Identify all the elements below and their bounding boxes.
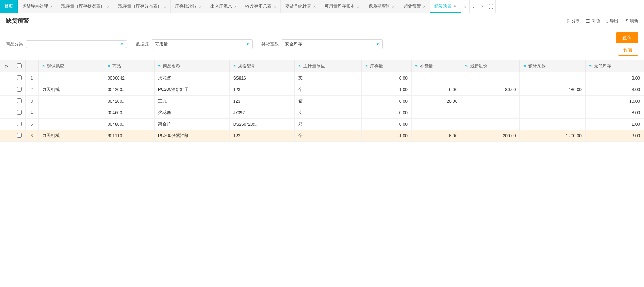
sort-price-icon: ⇅ xyxy=(465,64,468,68)
tab-inventory-dist-close[interactable]: × xyxy=(164,4,166,9)
row-num-0: 1 xyxy=(25,72,38,84)
tab-demand-stat[interactable]: 要货单统计表 × xyxy=(281,0,320,13)
select-all-checkbox[interactable] xyxy=(17,63,22,68)
table-row: 2 力天机械 004200... PC200油缸缸子 123 个 -1.00 6… xyxy=(0,84,644,96)
tab-shortage-close[interactable]: × xyxy=(454,4,456,8)
tab-expiry-query[interactable]: 保质期查询 × xyxy=(364,0,399,13)
row-replenish-3 xyxy=(412,107,461,119)
row-checkbox-2[interactable] xyxy=(17,98,22,103)
tab-home[interactable]: 首页 xyxy=(0,0,18,13)
row-checkbox-5[interactable] xyxy=(17,133,22,138)
page-header: 缺货预警 ⎘ 分享 ☰ 补货 ↓ 导出 ↺ 刷新 xyxy=(0,13,644,28)
row-latest-price-2 xyxy=(461,96,520,107)
row-code-3: 004600... xyxy=(104,107,155,119)
row-est-purchase-3 xyxy=(520,107,586,119)
sort-supplier-icon: ⇅ xyxy=(42,64,45,68)
replenish-label: 补货 xyxy=(592,18,600,24)
tab-expiry-query-close[interactable]: × xyxy=(392,4,395,9)
row-stock-4: 0.00 xyxy=(361,119,411,130)
row-replenish-4 xyxy=(412,119,461,130)
tab-inventory-status[interactable]: 现存量（库存状况表） × xyxy=(57,0,114,13)
row-gear-1[interactable] xyxy=(0,84,13,96)
tab-overstock-label: 超储预警 xyxy=(404,3,421,9)
row-min-stock-5: 3.00 xyxy=(585,130,644,142)
tab-nav-next[interactable]: › xyxy=(470,0,478,13)
tab-home-label: 首页 xyxy=(4,3,13,9)
row-name-4: 离合片 xyxy=(154,119,229,130)
row-checkbox-0[interactable] xyxy=(17,75,22,80)
category-select[interactable]: ▼ xyxy=(26,40,127,48)
row-gear-2[interactable] xyxy=(0,96,13,107)
row-checkbox-3[interactable] xyxy=(17,110,22,115)
tab-exception-close[interactable]: × xyxy=(50,4,52,9)
replenish-base-value: 安全库存 xyxy=(285,41,302,47)
replenish-base-select[interactable]: 安全库存 ▼ xyxy=(282,39,383,49)
tab-shortage[interactable]: 缺货预警 × xyxy=(430,0,461,13)
datasource-select[interactable]: 可用量 ▼ xyxy=(152,39,253,49)
export-button[interactable]: ↓ 导出 xyxy=(606,18,619,24)
tab-receive-summary-close[interactable]: × xyxy=(274,4,276,9)
tab-inout-flow[interactable]: 出入库流水 × xyxy=(206,0,241,13)
tab-batch-account-close[interactable]: × xyxy=(199,4,201,9)
tab-inventory-dist[interactable]: 现存量（库存分布表） × xyxy=(114,0,171,13)
row-gear-0[interactable] xyxy=(0,72,13,84)
row-num-3: 4 xyxy=(25,107,38,119)
tab-nav-prev[interactable]: ‹ xyxy=(461,0,470,13)
th-spec[interactable]: ⇅ 规格型号 xyxy=(229,60,294,72)
th-replenish[interactable]: ⇅ 补货量 xyxy=(412,60,461,72)
row-unit-1: 个 xyxy=(295,84,362,96)
row-gear-3[interactable] xyxy=(0,107,13,119)
th-supplier[interactable]: ⇅ 默认供应... xyxy=(38,60,104,72)
refresh-button[interactable]: ↺ 刷新 xyxy=(624,18,638,24)
tab-inout-flow-close[interactable]: × xyxy=(234,4,236,9)
th-unit[interactable]: ⇅ 主计量单位 xyxy=(295,60,362,72)
tab-nav-close[interactable]: × xyxy=(478,0,487,13)
row-stock-5: -1.00 xyxy=(361,130,411,142)
tab-demand-stat-close[interactable]: × xyxy=(313,4,316,9)
row-gear-4[interactable] xyxy=(0,119,13,130)
th-stock[interactable]: ⇅ 库存量 xyxy=(361,60,411,72)
row-latest-price-0 xyxy=(461,72,520,84)
th-goods-code[interactable]: ⇅ 商品... xyxy=(104,60,155,72)
th-est-purchase[interactable]: ⇅ 预计采购... xyxy=(520,60,586,72)
query-button[interactable]: 查询 xyxy=(616,32,638,43)
replenish-button[interactable]: ☰ 补货 xyxy=(586,18,600,24)
th-latest-price[interactable]: ⇅ 最新进价 xyxy=(461,60,520,72)
tab-overstock-close[interactable]: × xyxy=(423,4,425,9)
table-row: 3 004200... 三九 123 箱 0.00 20.00 10.00 xyxy=(0,96,644,107)
th-goods-name[interactable]: ⇅ 商品名称 xyxy=(154,60,229,72)
tab-receive-summary[interactable]: 收发存汇总表 × xyxy=(241,0,280,13)
tab-overstock[interactable]: 超储预警 × xyxy=(399,0,430,13)
row-checkbox-1[interactable] xyxy=(17,87,22,92)
row-name-2: 三九 xyxy=(154,96,229,107)
row-supplier-1: 力天机械 xyxy=(38,84,104,96)
tab-bar: 首页 拣货异常处理 × 现存量（库存状况表） × 现存量（库存分布表） × 库存… xyxy=(0,0,644,13)
share-button[interactable]: ⎘ 分享 xyxy=(567,18,580,24)
table-row: 5 004800... 离合片 DS250*23c... 只 0.00 1.00 xyxy=(0,119,644,130)
row-min-stock-3: 8.00 xyxy=(585,107,644,119)
row-check-4 xyxy=(13,119,25,130)
datasource-arrow-icon: ▼ xyxy=(246,42,249,46)
page-title: 缺货预警 xyxy=(6,17,29,25)
row-min-stock-1: 3.00 xyxy=(585,84,644,96)
row-check-2 xyxy=(13,96,25,107)
settings-button[interactable]: 设置 xyxy=(618,45,638,56)
tab-exception[interactable]: 拣货异常处理 × xyxy=(18,0,57,13)
row-gear-5[interactable] xyxy=(0,130,13,142)
tab-inventory-status-close[interactable]: × xyxy=(107,4,109,9)
tab-nav-fullscreen[interactable]: ⛶ xyxy=(487,0,496,13)
tab-batch-account-label: 库存批次账 xyxy=(175,3,197,9)
share-icon: ⎘ xyxy=(567,18,570,24)
row-latest-price-5: 200.00 xyxy=(461,130,520,142)
th-gear[interactable]: ⚙ xyxy=(0,60,13,72)
row-checkbox-4[interactable] xyxy=(17,122,22,126)
tab-batch-account[interactable]: 库存批次账 × xyxy=(171,0,206,13)
row-latest-price-1: 80.00 xyxy=(461,84,520,96)
table-row: 6 力天机械 801110... PC200张紧油缸 123 个 -1.00 6… xyxy=(0,130,644,142)
tab-available-ledger-close[interactable]: × xyxy=(357,4,359,9)
th-min-stock[interactable]: ⇅ 最低库存 xyxy=(585,60,644,72)
tab-receive-summary-label: 收发存汇总表 xyxy=(245,3,271,9)
row-name-5: PC200张紧油缸 xyxy=(154,130,229,142)
row-unit-5: 个 xyxy=(295,130,362,142)
tab-available-ledger[interactable]: 可用量库存账本 × xyxy=(320,0,364,13)
